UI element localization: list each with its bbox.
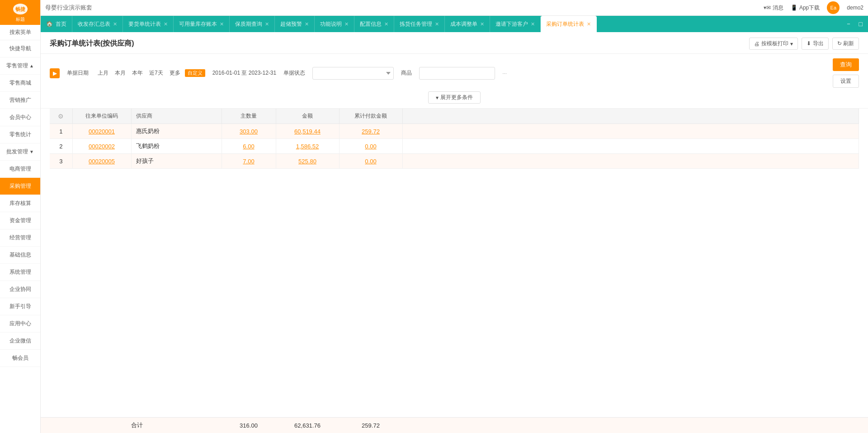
chevron-down-icon: ▲ (29, 63, 34, 68)
app-download-btn[interactable]: 📱 App下载 (791, 4, 820, 12)
cell-extra (402, 139, 859, 154)
code-link[interactable]: 00020005 (89, 158, 115, 165)
goods-filter-label: 商品 (401, 69, 412, 77)
sidebar-search-item[interactable]: 搜索英单 (0, 25, 40, 40)
sidebar-item-operation-mgmt[interactable]: 经营管理 (0, 229, 40, 247)
paid-link[interactable]: 259.72 (362, 128, 380, 135)
code-link[interactable]: 00020002 (89, 143, 115, 150)
sidebar-item-retail-mgmt[interactable]: 零售管理 ▲ (0, 57, 40, 75)
query-settings-col: 查询 设置 (833, 58, 859, 88)
sidebar-item-members[interactable]: 畅会员 (0, 350, 40, 367)
tab-close-icon[interactable]: ✕ (344, 21, 349, 27)
qty-link[interactable]: 6.00 (243, 143, 254, 150)
query-button[interactable]: 查询 (833, 58, 859, 71)
message-icon: ✉ (766, 5, 771, 11)
sidebar-item-purchase-mgmt[interactable]: 采购管理 (0, 178, 40, 195)
sidebar-item-app-center[interactable]: 应用中心 (0, 315, 40, 333)
tab-func-desc[interactable]: 功能说明 ✕ (315, 16, 354, 32)
tab-cost-adjust[interactable]: 成本调整单 ✕ (445, 16, 490, 32)
sidebar-quick-nav[interactable]: 快捷导航 (0, 40, 40, 57)
tab-overstock[interactable]: 超储预警 ✕ (275, 16, 315, 32)
status-select[interactable] (312, 67, 394, 80)
tab-close-icon[interactable]: ✕ (220, 21, 224, 27)
qty-link[interactable]: 7.00 (243, 158, 254, 165)
column-settings-icon[interactable]: ⚙ (58, 113, 64, 120)
tab-pick-task[interactable]: 拣货任务管理 ✕ (394, 16, 445, 32)
tab-home[interactable]: 🏠 首页 (41, 16, 72, 32)
username-label[interactable]: demo2 (847, 5, 863, 11)
sidebar-item-system-mgmt[interactable]: 系统管理 (0, 264, 40, 281)
cell-amount: 60,519.44 (276, 124, 339, 139)
shortcut-this-month[interactable]: 本月 (113, 68, 127, 78)
expand-filter-button[interactable]: ▾ 展开更多条件 (428, 91, 481, 104)
sidebar-item-enterprise-wechat[interactable]: 企业微信 (0, 333, 40, 350)
date-separator: 至 (241, 70, 248, 76)
sidebar-item-label: 企业微信 (9, 338, 31, 344)
tab-close-active-icon[interactable]: ✕ (587, 21, 591, 27)
filter-row: ▶ 单据日期 上月 本月 本年 近7天 更多 自定义 2016-01-01 至 … (50, 58, 859, 88)
tab-close-icon[interactable]: ✕ (480, 21, 484, 27)
more-filter-icon[interactable]: ··· (502, 70, 507, 76)
sidebar-item-retail-mall[interactable]: 零售商城 (0, 75, 40, 92)
tab-config-info[interactable]: 配置信息 ✕ (354, 16, 394, 32)
tab-purchase-order-stats[interactable]: 采购订单统计表 ✕ (541, 16, 597, 32)
custom-date-badge[interactable]: 自定义 (185, 69, 205, 77)
tab-close-icon[interactable]: ✕ (305, 21, 309, 27)
tab-recv-send[interactable]: 收发存汇总表 ✕ (72, 16, 123, 32)
shortcut-last-month[interactable]: 上月 (96, 68, 110, 78)
main-wrapper: 母婴行业演示账套 ▾ ✉ 消息 📱 App下载 Ea demo2 🏠 首页 收发… (41, 0, 868, 433)
tab-close-icon[interactable]: ✕ (384, 21, 388, 27)
table-row: 1 00020001 惠氏奶粉 303.00 60,519.44 259.72 (50, 124, 859, 139)
tab-available-inv[interactable]: 可用量库存账本 ✕ (174, 16, 230, 32)
shortcut-more[interactable]: 更多 (168, 68, 182, 78)
sidebar-item-basic-info[interactable]: 基础信息 (0, 247, 40, 264)
shortcut-7days[interactable]: 近7天 (147, 68, 165, 78)
sidebar-item-member-center[interactable]: 会员中心 (0, 109, 40, 126)
tab-close-icon[interactable]: ✕ (164, 21, 168, 27)
sidebar-item-enterprise-collab[interactable]: 企业协同 (0, 281, 40, 298)
tab-expiry-query[interactable]: 保质期查询 ✕ (230, 16, 275, 32)
shortcut-this-year[interactable]: 本年 (130, 68, 145, 78)
date-start[interactable]: 2016-01-01 (212, 70, 240, 76)
tab-close-icon[interactable]: ✕ (435, 21, 439, 27)
amount-link[interactable]: 60,519.44 (294, 128, 321, 135)
date-end[interactable]: 2023-12-31 (249, 70, 276, 76)
message-btn[interactable]: ✉ 消息 (766, 4, 783, 12)
search-label[interactable]: 搜索英单 (9, 29, 31, 35)
sidebar-item-label: 资金管理 (9, 217, 31, 224)
qty-link[interactable]: 303.00 (240, 128, 258, 135)
sidebar-item-retail-stats[interactable]: 零售统计 (0, 126, 40, 143)
print-dropdown-icon[interactable]: ▾ (790, 41, 793, 47)
settings-button[interactable]: 设置 (833, 75, 859, 88)
avatar[interactable]: Ea (827, 1, 840, 14)
tab-invite-downstream[interactable]: 邀请下游客户 ✕ (490, 16, 541, 32)
amount-link[interactable]: 1,586.52 (296, 143, 319, 150)
export-button[interactable]: ⬇ 导出 (802, 38, 828, 50)
tab-close-icon[interactable]: ✕ (113, 21, 117, 27)
filter-toggle-button[interactable]: ▶ (50, 68, 60, 78)
goods-input[interactable] (419, 67, 495, 80)
tab-bar: 🏠 首页 收发存汇总表 ✕ 要货单统计表 ✕ 可用量库存账本 ✕ 保质期查询 ✕… (41, 16, 868, 32)
col-extra-header (402, 109, 859, 124)
tab-order-stats[interactable]: 要货单统计表 ✕ (123, 16, 174, 32)
tab-minimize-icon[interactable]: － (844, 19, 854, 29)
code-link[interactable]: 00020001 (89, 128, 115, 135)
sidebar-item-finance-mgmt[interactable]: 资金管理 (0, 212, 40, 229)
amount-link[interactable]: 525.80 (298, 158, 316, 165)
footer-total-amount: 62,631.76 (276, 422, 339, 429)
paid-link[interactable]: 0.00 (365, 143, 376, 150)
cell-no: 1 (50, 124, 72, 139)
sidebar-item-inventory-check[interactable]: 库存核算 (0, 195, 40, 212)
tab-close-icon[interactable]: ✕ (531, 21, 535, 27)
paid-link[interactable]: 0.00 (365, 158, 376, 165)
table-footer: 合计 316.00 62,631.76 259.72 (41, 417, 868, 433)
print-button[interactable]: 🖨 按模板打印 ▾ (749, 38, 798, 50)
sidebar-item-new-guide[interactable]: 新手引导 (0, 298, 40, 315)
refresh-button[interactable]: ↻ 刷新 (832, 38, 859, 50)
tab-label: 要货单统计表 (128, 20, 161, 28)
sidebar-item-wholesale-mgmt[interactable]: 批发管理 ▼ (0, 143, 40, 161)
tab-maximize-icon[interactable]: □ (857, 19, 864, 29)
tab-close-icon[interactable]: ✕ (265, 21, 269, 27)
sidebar-item-ecommerce-mgmt[interactable]: 电商管理 (0, 161, 40, 178)
sidebar-item-marketing[interactable]: 营销推广 (0, 92, 40, 109)
